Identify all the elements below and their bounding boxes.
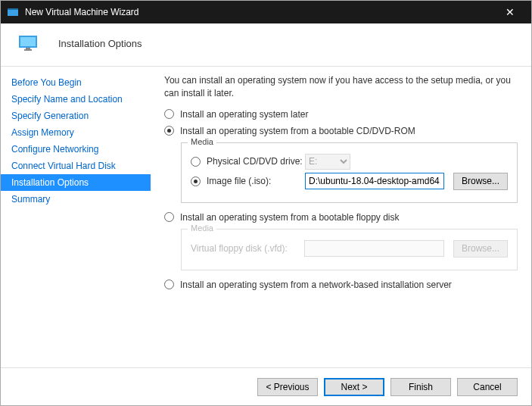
radio-icon <box>164 109 174 119</box>
option-label: Install an operating system later <box>180 109 308 120</box>
floppy-label: Virtual floppy disk (.vfd): <box>191 243 304 254</box>
cd-media-group: Media Physical CD/DVD drive: E: Image fi… <box>181 142 518 203</box>
sidebar-item-configure-networking[interactable]: Configure Networking <box>1 141 151 158</box>
physical-drive-label: Physical CD/DVD drive: <box>207 156 305 167</box>
image-file-row[interactable]: Image file (.iso): Browse... <box>191 173 508 190</box>
titlebar: New Virtual Machine Wizard ✕ <box>1 1 531 23</box>
close-icon[interactable]: ✕ <box>495 6 525 18</box>
svg-rect-1 <box>8 8 18 10</box>
option-install-floppy[interactable]: Install an operating system from a boota… <box>164 212 518 223</box>
svg-rect-4 <box>26 48 30 49</box>
option-install-network[interactable]: Install an operating system from a netwo… <box>164 280 518 290</box>
radio-icon <box>191 157 201 167</box>
floppy-input <box>304 240 444 257</box>
cancel-button[interactable]: Cancel <box>457 378 518 396</box>
intro-text: You can install an operating system now … <box>164 74 518 100</box>
wizard-footer: < Previous Next > Finish Cancel <box>1 367 531 405</box>
physical-drive-select[interactable]: E: <box>305 154 350 170</box>
wizard-header: Installation Options <box>1 23 531 67</box>
floppy-media-group: Media Virtual floppy disk (.vfd): Browse… <box>181 229 518 270</box>
sidebar-item-assign-memory[interactable]: Assign Memory <box>1 124 151 141</box>
sidebar-item-before-you-begin[interactable]: Before You Begin <box>1 74 151 91</box>
image-file-input[interactable] <box>305 173 444 189</box>
fieldset-legend: Media <box>188 137 216 146</box>
radio-icon <box>164 280 174 289</box>
sidebar-item-summary[interactable]: Summary <box>1 191 151 208</box>
svg-rect-3 <box>20 37 36 46</box>
finish-button[interactable]: Finish <box>390 378 451 396</box>
sidebar-item-connect-vhd[interactable]: Connect Virtual Hard Disk <box>1 158 151 174</box>
option-label: Install an operating system from a netwo… <box>180 280 452 290</box>
radio-icon <box>164 212 174 222</box>
fieldset-legend: Media <box>188 223 216 233</box>
previous-button[interactable]: < Previous <box>257 378 318 396</box>
sidebar-item-installation-options[interactable]: Installation Options <box>1 174 151 191</box>
radio-icon <box>191 176 201 186</box>
window-icon <box>7 6 19 18</box>
option-install-cd[interactable]: Install an operating system from a boota… <box>164 126 518 136</box>
browse-iso-button[interactable]: Browse... <box>453 173 508 190</box>
radio-icon <box>164 126 174 136</box>
image-file-label: Image file (.iso): <box>207 176 305 186</box>
physical-drive-row[interactable]: Physical CD/DVD drive: E: <box>191 154 508 170</box>
option-label: Install an operating system from a boota… <box>180 126 415 136</box>
svg-rect-5 <box>24 49 32 51</box>
next-button[interactable]: Next > <box>324 378 384 396</box>
window-title: New Virtual Machine Wizard <box>25 7 495 17</box>
wizard-steps: Before You Begin Specify Name and Locati… <box>1 67 151 362</box>
sidebar-item-specify-name[interactable]: Specify Name and Location <box>1 91 151 108</box>
browse-floppy-button: Browse... <box>453 240 508 258</box>
monitor-icon <box>19 36 37 51</box>
option-install-later[interactable]: Install an operating system later <box>164 109 518 120</box>
content-pane: You can install an operating system now … <box>151 67 531 362</box>
option-label: Install an operating system from a boota… <box>180 212 400 223</box>
sidebar-item-specify-generation[interactable]: Specify Generation <box>1 108 151 124</box>
page-title: Installation Options <box>58 38 142 49</box>
